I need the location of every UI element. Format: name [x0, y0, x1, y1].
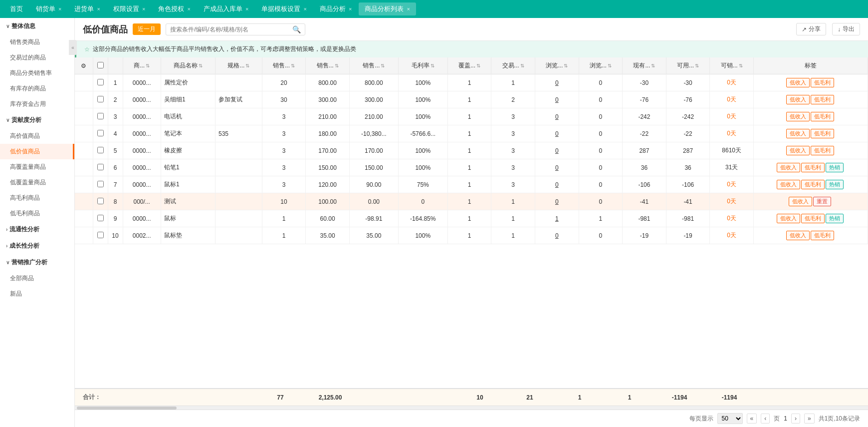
- row-checkbox[interactable]: [97, 113, 104, 119]
- browse-link[interactable]: 0: [555, 147, 559, 154]
- browse-link[interactable]: 0: [555, 96, 559, 103]
- nav-item-产成品入库单[interactable]: 产成品入库单 ×: [198, 2, 254, 15]
- nav-close-商品分析[interactable]: ×: [347, 6, 352, 12]
- nav-item-角色授权[interactable]: 角色授权 ×: [152, 2, 196, 15]
- browse1-cell[interactable]: 1: [535, 210, 579, 227]
- search-icon[interactable]: 🔍: [292, 25, 301, 33]
- tag-badge: 低收入: [786, 78, 810, 87]
- sidebar-item-销售类商品[interactable]: 销售类商品: [0, 34, 74, 50]
- browse1-cell[interactable]: 0: [535, 227, 579, 244]
- nav-item-商品分析列表[interactable]: 商品分析列表 ×: [359, 2, 416, 15]
- row-checkbox[interactable]: [97, 232, 104, 238]
- sidebar-item-交易过的商品[interactable]: 交易过的商品: [0, 50, 74, 65]
- checkbox-cell[interactable]: [93, 91, 108, 108]
- browse1-cell[interactable]: 0: [535, 91, 579, 108]
- checkbox-cell[interactable]: [93, 142, 108, 159]
- nav-item-商品分析[interactable]: 商品分析 ×: [314, 2, 358, 15]
- checkbox-cell[interactable]: [93, 227, 108, 244]
- nav-close-权限设置[interactable]: ×: [141, 6, 145, 12]
- sidebar-section-整体信息[interactable]: ∨整体信息: [0, 18, 74, 34]
- sidebar-item-全部商品[interactable]: 全部商品: [0, 271, 74, 286]
- row-checkbox[interactable]: [97, 147, 104, 153]
- browse-link[interactable]: 0: [555, 232, 559, 239]
- row-checkbox[interactable]: [97, 164, 104, 170]
- nav-item-首页[interactable]: 首页: [4, 2, 29, 15]
- browse1-cell[interactable]: 0: [535, 159, 579, 176]
- checkbox-cell[interactable]: [93, 108, 108, 125]
- nav-close-产成品入库单[interactable]: ×: [244, 6, 248, 12]
- nav-close-进货单[interactable]: ×: [95, 6, 100, 12]
- nav-close-单据模板设置[interactable]: ×: [302, 6, 306, 12]
- row-checkbox[interactable]: [97, 130, 104, 136]
- checkbox-cell[interactable]: [93, 125, 108, 142]
- sidebar-item-高价值商品[interactable]: 高价值商品: [0, 128, 74, 144]
- page-size-select[interactable]: 50 100 200: [717, 413, 743, 424]
- nav-item-单据模板设置[interactable]: 单据模板设置 ×: [255, 2, 312, 15]
- browse-link[interactable]: 1: [555, 215, 559, 222]
- sidebar-collapse-btn[interactable]: «: [69, 40, 77, 55]
- code-cell: 0000...: [123, 91, 161, 108]
- spec-cell: [215, 193, 262, 210]
- horizontal-scrollbar[interactable]: [75, 406, 868, 410]
- sidebar-section-成长性分析[interactable]: ›成长性分析: [0, 238, 74, 254]
- checkbox-cell[interactable]: [93, 193, 108, 210]
- sidebar-section-label: 流通性分析: [9, 225, 39, 234]
- row-checkbox[interactable]: [97, 181, 104, 187]
- browse1-cell[interactable]: 0: [535, 193, 579, 210]
- last-page-btn[interactable]: »: [804, 414, 815, 424]
- browse1-cell[interactable]: 0: [535, 108, 579, 125]
- sidebar-item-库存资金占用[interactable]: 库存资金占用: [0, 96, 74, 112]
- nav-item-销货单[interactable]: 销货单 ×: [30, 2, 67, 15]
- share-button[interactable]: ↗ 分享: [796, 23, 826, 35]
- nav-close-销货单[interactable]: ×: [57, 6, 61, 12]
- select-all-checkbox[interactable]: [97, 62, 104, 68]
- row-checkbox[interactable]: [97, 198, 104, 204]
- checkbox-cell[interactable]: [93, 210, 108, 227]
- row-checkbox[interactable]: [97, 79, 104, 85]
- sidebar-item-商品分类销售率[interactable]: 商品分类销售率: [0, 65, 74, 81]
- search-input[interactable]: [170, 26, 292, 33]
- nav-item-权限设置[interactable]: 权限设置 ×: [107, 2, 151, 15]
- table-area[interactable]: ⚙ 商...⇅ 商品名称⇅ 规格...⇅ 销售...⇅ 销售...⇅ 销售...…: [75, 57, 868, 388]
- browse1-cell[interactable]: 0: [535, 142, 579, 159]
- browse-link[interactable]: 0: [555, 79, 559, 86]
- sidebar-item-低价值商品[interactable]: 低价值商品: [0, 144, 74, 159]
- nav-item-进货单[interactable]: 进货单 ×: [68, 2, 106, 15]
- browse1-cell[interactable]: 0: [535, 176, 579, 193]
- row-checkbox[interactable]: [97, 96, 104, 102]
- sidebar-item-有库存的商品[interactable]: 有库存的商品: [0, 81, 74, 96]
- sidebar-item-高覆盖量商品[interactable]: 高覆盖量商品: [0, 159, 74, 175]
- th-settings[interactable]: ⚙: [75, 57, 93, 74]
- browse-link[interactable]: 0: [555, 130, 559, 137]
- sidebar-item-低覆盖量商品[interactable]: 低覆盖量商品: [0, 175, 74, 190]
- prev-page-btn[interactable]: ‹: [761, 414, 770, 424]
- settings-cell: [75, 227, 93, 244]
- browse-link[interactable]: 0: [555, 113, 559, 120]
- checkbox-cell[interactable]: [93, 176, 108, 193]
- th-checkbox[interactable]: [93, 57, 108, 74]
- scrollbar-thumb[interactable]: [77, 407, 177, 410]
- gross-cell: 100%: [398, 91, 447, 108]
- checkbox-cell[interactable]: [93, 159, 108, 176]
- sidebar-section-流通性分析[interactable]: ›流通性分析: [0, 221, 74, 238]
- sidebar-item-新品[interactable]: 新品: [0, 286, 74, 302]
- tag-cell: 低收入低毛利: [753, 74, 868, 91]
- first-page-btn[interactable]: «: [747, 414, 757, 424]
- page-title: 低价值商品: [83, 23, 128, 35]
- nav-close-角色授权[interactable]: ×: [186, 6, 190, 12]
- next-page-btn[interactable]: ›: [791, 414, 800, 424]
- nav-close-商品分析列表[interactable]: ×: [405, 6, 410, 12]
- sidebar-item-高毛利商品[interactable]: 高毛利商品: [0, 190, 74, 206]
- browse1-cell[interactable]: 0: [535, 125, 579, 142]
- browse-link[interactable]: 0: [555, 164, 559, 171]
- browse-link[interactable]: 0: [555, 181, 559, 188]
- browse-link[interactable]: 0: [555, 198, 559, 205]
- export-button[interactable]: ↓ 导出: [832, 23, 860, 35]
- checkbox-cell[interactable]: [93, 74, 108, 91]
- filter-button[interactable]: 近一月: [133, 23, 161, 35]
- sidebar-section-贡献度分析[interactable]: ∨贡献度分析: [0, 112, 74, 128]
- row-checkbox[interactable]: [97, 215, 104, 221]
- sidebar-section-营销推广分析[interactable]: ∨营销推广分析: [0, 254, 74, 271]
- sidebar-item-低毛利商品[interactable]: 低毛利商品: [0, 206, 74, 221]
- browse1-cell[interactable]: 0: [535, 74, 579, 91]
